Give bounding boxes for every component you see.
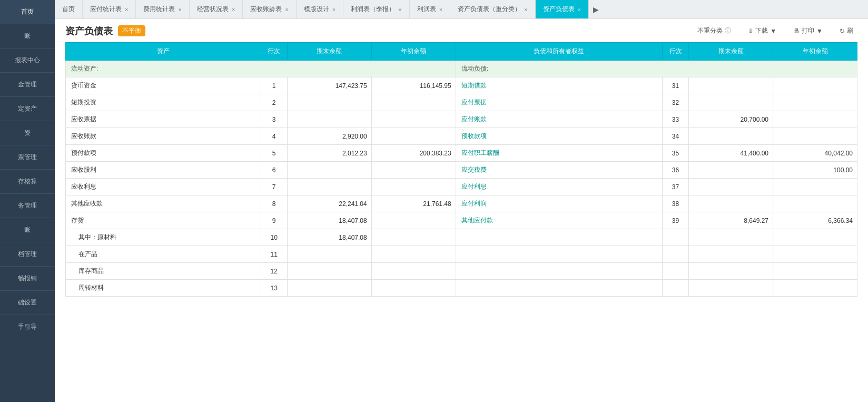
tab-close-profit-q[interactable]: × bbox=[398, 6, 401, 13]
left-item[interactable]: 应收利息 bbox=[66, 179, 261, 195]
refresh-btn[interactable]: ↻ 刷 bbox=[835, 24, 857, 37]
right-row-num: 39 bbox=[663, 212, 689, 229]
table-row: 周转材料 13 bbox=[66, 280, 857, 297]
tab-close-template[interactable]: × bbox=[332, 6, 336, 13]
right-item[interactable]: 应付利息 bbox=[456, 179, 662, 195]
not-reclassify-btn[interactable]: 不重分类 ⓘ bbox=[693, 24, 735, 37]
sidebar-item-account[interactable]: 账 bbox=[0, 24, 55, 48]
left-item[interactable]: 应收股利 bbox=[66, 162, 261, 179]
left-item[interactable]: 存货 bbox=[66, 212, 261, 229]
page-title: 资产负债表 bbox=[65, 25, 113, 37]
right-ending-balance bbox=[689, 179, 773, 195]
left-ending-balance bbox=[287, 111, 371, 128]
tab-profit-quarterly[interactable]: 利润表（季报） × bbox=[343, 0, 409, 19]
tab-receivable-aging[interactable]: 应收账龄表 × bbox=[243, 0, 296, 19]
download-btn[interactable]: ⇓ 下载 ▼ bbox=[744, 24, 781, 37]
right-beginning-balance bbox=[773, 229, 857, 246]
left-item[interactable]: 在产品 bbox=[66, 246, 261, 263]
refresh-icon: ↻ bbox=[840, 27, 845, 35]
tab-operations[interactable]: 经营状况表 × bbox=[190, 0, 243, 19]
sidebar-item-fund-mgmt[interactable]: 金管理 bbox=[0, 73, 55, 97]
right-beginning-balance: 6,366.34 bbox=[773, 212, 857, 229]
right-item[interactable]: 应付职工薪酬 bbox=[456, 145, 662, 162]
header-ending-balance: 期末余额 bbox=[287, 43, 371, 61]
right-item[interactable] bbox=[456, 280, 662, 297]
sidebar-item-fixed-assets[interactable]: 定资产 bbox=[0, 97, 55, 121]
sidebar-item-tax-mgmt[interactable]: 务管理 bbox=[0, 194, 55, 218]
tab-scroll-right[interactable]: ▶ bbox=[589, 0, 603, 19]
tab-close-expense[interactable]: × bbox=[178, 6, 181, 13]
print-btn[interactable]: 🖶 打印 ▼ bbox=[789, 24, 827, 37]
left-item[interactable]: 其他应收款 bbox=[66, 195, 261, 212]
left-ending-balance: 22,241.04 bbox=[287, 195, 371, 212]
right-ending-balance bbox=[689, 128, 773, 145]
tab-home[interactable]: 首页 bbox=[55, 0, 83, 19]
tab-profit[interactable]: 利润表 × bbox=[410, 0, 450, 19]
tab-balance-reclassified[interactable]: 资产负债表（重分类） × bbox=[450, 0, 535, 19]
right-row-num bbox=[663, 229, 689, 246]
tab-close-balance[interactable]: × bbox=[578, 6, 581, 13]
right-item-link[interactable]: 预收款项 bbox=[461, 132, 487, 140]
left-beginning-balance bbox=[371, 212, 456, 229]
right-item-link[interactable]: 应付职工薪酬 bbox=[461, 149, 499, 156]
tab-balance-sheet[interactable]: 资产负债表 × bbox=[536, 0, 589, 19]
tab-payable-stats[interactable]: 应付统计表 × bbox=[83, 0, 136, 19]
right-row-num: 35 bbox=[663, 145, 689, 162]
tab-close-balance-r[interactable]: × bbox=[524, 6, 527, 13]
left-item[interactable]: 库存商品 bbox=[66, 263, 261, 280]
right-item[interactable]: 应付票据 bbox=[456, 94, 662, 111]
left-row-num: 12 bbox=[261, 263, 287, 280]
left-row-num: 9 bbox=[261, 212, 287, 229]
right-item-link[interactable]: 应付票据 bbox=[461, 99, 487, 106]
left-item[interactable]: 短期投资 bbox=[66, 94, 261, 111]
right-item-link[interactable]: 应付账款 bbox=[461, 115, 487, 123]
tab-close-payable[interactable]: × bbox=[125, 6, 128, 13]
right-item[interactable] bbox=[456, 263, 662, 280]
sidebar-item-guide[interactable]: 手引导 bbox=[0, 315, 55, 339]
right-section-label: 流动负债: bbox=[456, 61, 857, 77]
tab-expense-stats[interactable]: 费用统计表 × bbox=[136, 0, 189, 19]
right-row-num: 37 bbox=[663, 179, 689, 195]
sidebar-item-invoice-mgmt[interactable]: 票管理 bbox=[0, 145, 55, 170]
right-item[interactable]: 预收款项 bbox=[456, 128, 662, 145]
left-item[interactable]: 其中：原材料 bbox=[66, 229, 261, 246]
print-icon: 🖶 bbox=[793, 27, 800, 35]
tab-close-aging[interactable]: × bbox=[285, 6, 288, 13]
right-item-link[interactable]: 其他应付款 bbox=[461, 217, 493, 224]
right-item[interactable]: 应交税费 bbox=[456, 162, 662, 179]
header-row-num2: 行次 bbox=[663, 43, 689, 61]
right-item-link[interactable]: 短期借款 bbox=[461, 82, 487, 89]
right-item[interactable]: 应付账款 bbox=[456, 111, 662, 128]
right-item[interactable] bbox=[456, 229, 662, 246]
left-item[interactable]: 应收票据 bbox=[66, 111, 261, 128]
right-item-link[interactable]: 应付利息 bbox=[461, 183, 487, 190]
right-item[interactable]: 短期借款 bbox=[456, 77, 662, 94]
sidebar-item-expense[interactable]: 畅报销 bbox=[0, 267, 55, 291]
tab-close-ops[interactable]: × bbox=[232, 6, 235, 13]
sidebar-item-ledger[interactable]: 账 bbox=[0, 218, 55, 242]
sidebar-item-home[interactable]: 首页 bbox=[0, 0, 55, 24]
right-item[interactable] bbox=[456, 246, 662, 263]
left-item[interactable]: 应收账款 bbox=[66, 128, 261, 145]
left-item[interactable]: 预付款项 bbox=[66, 145, 261, 162]
right-item-link[interactable]: 应付利润 bbox=[461, 200, 487, 207]
right-row-num bbox=[663, 280, 689, 297]
left-beginning-balance bbox=[371, 162, 456, 179]
left-ending-balance bbox=[287, 280, 371, 297]
right-item-link[interactable]: 应交税费 bbox=[461, 166, 487, 173]
sidebar-item-inventory[interactable]: 存核算 bbox=[0, 170, 55, 194]
left-row-num: 8 bbox=[261, 195, 287, 212]
right-item[interactable]: 应付利润 bbox=[456, 195, 662, 212]
right-item[interactable]: 其他应付款 bbox=[456, 212, 662, 229]
tab-template-design[interactable]: 模版设计 × bbox=[297, 0, 343, 19]
sidebar-item-settings[interactable]: 础设置 bbox=[0, 291, 55, 315]
left-item[interactable]: 周转材料 bbox=[66, 280, 261, 297]
sidebar-item-assets[interactable]: 资 bbox=[0, 121, 55, 145]
left-row-num: 11 bbox=[261, 246, 287, 263]
left-item[interactable]: 货币资金 bbox=[66, 77, 261, 94]
sidebar-item-report-center[interactable]: 报表中心 bbox=[0, 48, 55, 73]
sidebar-item-archive[interactable]: 档管理 bbox=[0, 242, 55, 267]
download-chevron: ▼ bbox=[770, 27, 776, 35]
tab-close-profit[interactable]: × bbox=[439, 6, 442, 13]
left-row-num: 1 bbox=[261, 77, 287, 94]
